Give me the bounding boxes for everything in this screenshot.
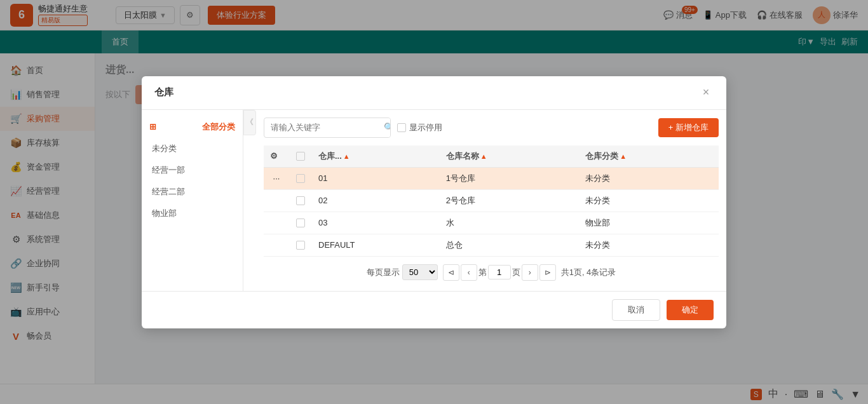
category-item-property[interactable]: 物业部: [142, 203, 243, 224]
per-page-select: 每页显示 50 10 20 100: [367, 264, 438, 280]
row-actions[interactable]: [264, 189, 289, 212]
table-panel: 🔍 显示停用 + 新增仓库 ⚙: [256, 110, 726, 291]
row-name: 水: [440, 212, 580, 234]
row-name: 1号仓库: [440, 167, 580, 189]
pagination: 每页显示 50 10 20 100 ⊲ ‹ 第 页: [264, 257, 719, 283]
table-row[interactable]: DEFAULT 总仓 未分类: [264, 234, 719, 256]
table-head: ⚙ 仓库...▲ 仓库名称▲: [264, 145, 719, 168]
modal-close-button[interactable]: ×: [698, 85, 714, 100]
modal-header: 仓库 ×: [142, 76, 726, 110]
row-checkbox[interactable]: [296, 219, 305, 227]
row-checkbox[interactable]: [296, 241, 305, 250]
page-number-input[interactable]: [488, 265, 511, 279]
category-item-op2[interactable]: 经营二部: [142, 181, 243, 203]
col-code-header[interactable]: 仓库...▲: [312, 145, 440, 168]
row-name: 2号仓库: [440, 189, 580, 212]
row-code: 03: [312, 212, 440, 234]
row-category: 未分类: [579, 167, 719, 189]
search-button[interactable]: 🔍: [384, 118, 391, 137]
sort-icon-code: ▲: [343, 152, 350, 160]
row-checkbox-cell[interactable]: [289, 212, 312, 234]
row-checkbox[interactable]: [296, 174, 305, 183]
row-code: DEFAULT: [312, 234, 440, 256]
modal-title: 仓库: [154, 86, 173, 98]
warehouse-modal: 仓库 × ⊞ 全部分类 未分类 经营一部 经营二部 物业部 《: [142, 76, 726, 328]
table-row[interactable]: 02 2号仓库 未分类: [264, 189, 719, 212]
show-disabled-label: 显示停用: [409, 122, 442, 133]
category-item-op1[interactable]: 经营一部: [142, 159, 243, 181]
confirm-button[interactable]: 确定: [667, 300, 714, 320]
select-all-checkbox[interactable]: [296, 152, 305, 161]
sort-icon-category: ▲: [620, 152, 627, 160]
row-actions[interactable]: ···: [264, 167, 289, 189]
col-check: [289, 145, 312, 168]
search-box: 🔍: [264, 118, 391, 138]
row-checkbox[interactable]: [296, 196, 305, 205]
page-label: 第: [478, 267, 487, 278]
modal-overlay: 仓库 × ⊞ 全部分类 未分类 经营一部 经营二部 物业部 《: [0, 0, 868, 404]
col-gear: ⚙: [264, 145, 289, 168]
col-category-header[interactable]: 仓库分类▲: [579, 145, 719, 168]
row-category: 未分类: [579, 234, 719, 256]
modal-footer: 取消 确定: [142, 291, 726, 328]
per-page-dropdown[interactable]: 50 10 20 100: [402, 264, 438, 280]
row-checkbox-cell[interactable]: [289, 234, 312, 256]
table-header-row: ⚙ 仓库...▲ 仓库名称▲: [264, 145, 719, 168]
page-unit: 页: [512, 267, 520, 278]
row-category: 物业部: [579, 212, 719, 234]
warehouse-table: ⚙ 仓库...▲ 仓库名称▲: [264, 145, 719, 257]
next-page-button[interactable]: ›: [522, 264, 538, 281]
table-body: ··· 01 1号仓库 未分类: [264, 167, 719, 256]
col-name-header[interactable]: 仓库名称▲: [440, 145, 580, 168]
table-row[interactable]: ··· 01 1号仓库 未分类: [264, 167, 719, 189]
row-checkbox-cell[interactable]: [289, 189, 312, 212]
row-checkbox-cell[interactable]: [289, 167, 312, 189]
last-page-button[interactable]: ⊳: [539, 264, 556, 281]
category-item-uncategorized[interactable]: 未分类: [142, 138, 243, 159]
search-input[interactable]: [264, 119, 384, 135]
category-grid-icon: ⊞: [149, 122, 156, 131]
row-actions[interactable]: [264, 234, 289, 256]
row-code: 02: [312, 189, 440, 212]
all-category-button[interactable]: ⊞ 全部分类: [142, 116, 243, 138]
panel-collapse-button[interactable]: 《: [243, 110, 256, 135]
category-panel: ⊞ 全部分类 未分类 经营一部 经营二部 物业部: [142, 110, 243, 291]
new-warehouse-button[interactable]: + 新增仓库: [658, 118, 719, 137]
prev-page-button[interactable]: ‹: [461, 264, 477, 281]
cancel-button[interactable]: 取消: [612, 299, 660, 321]
row-code: 01: [312, 167, 440, 189]
row-actions[interactable]: [264, 212, 289, 234]
table-container: ⚙ 仓库...▲ 仓库名称▲: [264, 145, 719, 257]
row-name: 总仓: [440, 234, 580, 256]
page-navigation: ⊲ ‹ 第 页 › ⊳: [443, 264, 556, 281]
per-page-label: 每页显示: [367, 267, 400, 278]
first-page-button[interactable]: ⊲: [443, 264, 459, 281]
modal-body: ⊞ 全部分类 未分类 经营一部 经营二部 物业部 《 🔍: [142, 110, 726, 291]
more-icon: ···: [273, 173, 280, 183]
table-row[interactable]: 03 水 物业部: [264, 212, 719, 234]
table-toolbar: 🔍 显示停用 + 新增仓库: [264, 118, 719, 138]
show-disabled-toggle[interactable]: 显示停用: [397, 122, 442, 133]
row-category: 未分类: [579, 189, 719, 212]
show-disabled-checkbox[interactable]: [397, 123, 406, 132]
sort-icon-name: ▲: [480, 152, 487, 160]
total-info: 共1页, 4条记录: [561, 267, 616, 278]
all-category-label: 全部分类: [202, 121, 235, 133]
